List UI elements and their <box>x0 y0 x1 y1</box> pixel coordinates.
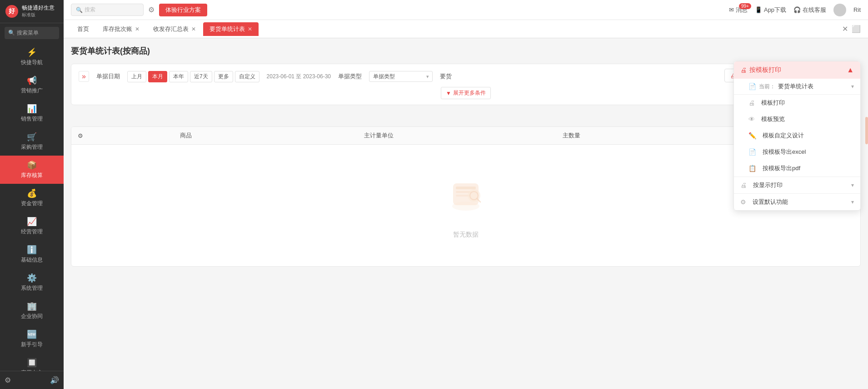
scroll-thumb[interactable] <box>865 117 868 144</box>
sidebar-item-label: 资金管理 <box>21 200 43 207</box>
th-quantity: 主数量 <box>475 127 668 144</box>
type-select[interactable]: 单据类型 <box>369 71 433 82</box>
app-download-btn[interactable]: 📱 App下载 <box>755 6 786 14</box>
topbar-gear-icon[interactable]: ⚙ <box>148 5 155 14</box>
type-select-wrap: 单据类型 <box>369 71 433 82</box>
sidebar-item-marketing[interactable]: 📢 营销推广 <box>0 71 64 99</box>
template-pdf-item[interactable]: 📋 按模板导出pdf <box>734 160 860 177</box>
expand-more-conditions-btn[interactable]: ▼ 展开更多条件 <box>441 87 491 99</box>
sidebar-item-operations[interactable]: 📈 经营管理 <box>0 212 64 240</box>
template-design-icon: ✏️ <box>748 132 756 139</box>
template-design-label: 模板自定义设计 <box>763 131 804 140</box>
current-label: 当前： <box>759 83 775 91</box>
search-icon: 🔍 <box>76 7 83 13</box>
sidebar-logo: 好 畅捷通好生意 标准版 <box>0 0 64 23</box>
sidebar-nav: ⚡ 快捷导航 📢 营销推广 📊 销售管理 🛒 采购管理 📦 库存核算 💰 资金管… <box>0 43 64 371</box>
sidebar-item-basics[interactable]: ℹ️ 基础信息 <box>0 240 64 268</box>
default-setting-item[interactable]: ⚙ 设置默认功能 ▾ <box>734 194 860 210</box>
tab-bar: 首页 库存批次账 ✕ 收发存汇总表 ✕ 要货单统计表 ✕ ✕ ⬜ <box>64 20 868 38</box>
marketing-icon: 📢 <box>27 76 37 86</box>
date-custom-btn[interactable]: 自定义 <box>235 71 259 82</box>
sidebar-item-guide[interactable]: 🆕 新手引导 <box>0 325 64 353</box>
maximize-window-icon[interactable]: ⬜ <box>852 25 861 33</box>
tab-inventory-batch-close[interactable]: ✕ <box>135 26 140 32</box>
message-btn[interactable]: ✉ 消息 99+ <box>729 6 748 14</box>
print-dropdown-header: 🖨 按模板打印 ▲ <box>734 61 860 79</box>
date-buttons: 上月 本月 本年 近7天 更多 自定义 <box>127 71 259 82</box>
template-preview-icon: 👁 <box>748 116 755 123</box>
display-print-section: 🖨 按显示打印 ▾ <box>734 177 860 194</box>
current-value: 要货单统计表 <box>778 82 813 91</box>
th-settings[interactable]: ⚙ <box>71 128 90 144</box>
app-download-label: App下载 <box>764 6 786 14</box>
search-menu-button[interactable]: 🔍 搜索菜单 <box>5 27 59 39</box>
template-excel-item[interactable]: 📄 按模板导出excel <box>734 144 860 160</box>
tab-receivable-summary-close[interactable]: ✕ <box>191 26 196 32</box>
sidebar-bottom: ⚙ 🔊 <box>0 371 64 389</box>
search-icon: 🔍 <box>8 30 15 36</box>
template-preview-label: 模板预览 <box>761 115 785 123</box>
topbar-right: ✉ 消息 99+ 📱 App下载 🎧 在线客服 Rit <box>729 4 861 16</box>
template-print-item[interactable]: 🖨 模板打印 <box>734 95 860 111</box>
online-service-btn[interactable]: 🎧 在线客服 <box>793 6 826 14</box>
sidebar-item-purchase[interactable]: 🛒 采购管理 <box>0 127 64 156</box>
trial-btn[interactable]: 体验行业方案 <box>159 4 207 16</box>
filter-toggle-btn[interactable]: » <box>79 71 89 82</box>
search-placeholder: 搜索 <box>85 6 95 14</box>
date-this-month-btn[interactable]: 本月 <box>148 71 167 82</box>
window-controls: ✕ ⬜ <box>842 25 861 33</box>
system-icon: ⚙️ <box>27 273 37 283</box>
sidebar-item-shortcut[interactable]: ⚡ 快捷导航 <box>0 43 64 71</box>
template-preview-item[interactable]: 👁 模板预览 <box>734 111 860 127</box>
date-more-btn[interactable]: 更多 <box>214 71 233 82</box>
topbar: 🔍 搜索 ⚙ 体验行业方案 ✉ 消息 99+ 📱 App下载 🎧 在线客服 Ri… <box>64 0 868 20</box>
sidebar-item-sales[interactable]: 📊 销售管理 <box>0 99 64 127</box>
sidebar-item-inventory[interactable]: 📦 库存核算 <box>0 156 64 184</box>
printer-dropdown-icon: 🖨 <box>740 66 747 74</box>
template-design-item[interactable]: ✏️ 模板自定义设计 <box>734 127 860 144</box>
sidebar-item-enterprise[interactable]: 🏢 企业协同 <box>0 297 64 325</box>
app-version: 标准版 <box>22 12 55 18</box>
display-print-item[interactable]: 🖨 按显示打印 ▾ <box>734 177 860 193</box>
tab-inventory-batch[interactable]: 库存批次账 ✕ <box>96 22 146 36</box>
template-pdf-label: 按模板导出pdf <box>763 164 800 172</box>
message-badge: 99+ <box>739 3 751 9</box>
svg-rect-2 <box>456 187 476 189</box>
audio-icon[interactable]: 🔊 <box>50 376 59 384</box>
settings-bottom-icon[interactable]: ⚙ <box>5 376 11 384</box>
sidebar-item-system[interactable]: ⚙️ 系统管理 <box>0 268 64 297</box>
empty-text: 暂无数据 <box>453 231 479 239</box>
app-icon: 📱 <box>755 6 762 13</box>
sidebar-item-label: 企业协同 <box>21 313 43 320</box>
app-name: 畅捷通好生意 <box>22 5 55 12</box>
user-avatar[interactable] <box>833 4 846 16</box>
tab-home[interactable]: 首页 <box>71 22 95 36</box>
basics-icon: ℹ️ <box>27 245 37 255</box>
tab-order-stats-close[interactable]: ✕ <box>248 26 252 32</box>
print-menu-section: 🖨 模板打印 👁 模板预览 ✏️ 模板自定义设计 <box>734 95 860 177</box>
username: Rit <box>853 6 861 13</box>
sidebar-item-appstore[interactable]: 🔲 应用中心 <box>0 353 64 371</box>
sidebar-item-finance[interactable]: 💰 资金管理 <box>0 184 64 212</box>
shortcut-icon: ⚡ <box>27 47 37 57</box>
display-print-label: 按显示打印 <box>753 181 783 189</box>
print-dropdown-close-btn[interactable]: ▲ <box>847 66 854 74</box>
print-current-section: 📄 当前： 要货单统计表 ▾ <box>734 79 860 95</box>
close-window-icon[interactable]: ✕ <box>842 25 848 33</box>
template-excel-label: 按模板导出excel <box>763 148 806 156</box>
enterprise-icon: 🏢 <box>27 301 37 311</box>
sidebar-item-label: 营销推广 <box>21 87 43 95</box>
sidebar-item-label: 系统管理 <box>21 284 43 292</box>
sidebar-item-label: 新手引导 <box>21 341 43 349</box>
tab-order-stats[interactable]: 要货单统计表 ✕ <box>203 22 259 36</box>
topbar-search[interactable]: 🔍 搜索 <box>71 4 144 16</box>
sidebar-item-label: 销售管理 <box>21 115 43 123</box>
th-product: 商品 <box>90 127 282 144</box>
date-this-year-btn[interactable]: 本年 <box>169 71 188 82</box>
tab-inventory-batch-label: 库存批次账 <box>103 25 132 33</box>
tab-receivable-summary[interactable]: 收发存汇总表 ✕ <box>147 22 202 36</box>
sidebar: 好 畅捷通好生意 标准版 🔍 搜索菜单 ⚡ 快捷导航 📢 营销推广 📊 销售管理… <box>0 0 64 389</box>
date-last7days-btn[interactable]: 近7天 <box>190 71 212 82</box>
date-range-display: 2023-06-01 至 2023-06-30 <box>267 73 331 81</box>
date-prev-month-btn[interactable]: 上月 <box>127 71 146 82</box>
